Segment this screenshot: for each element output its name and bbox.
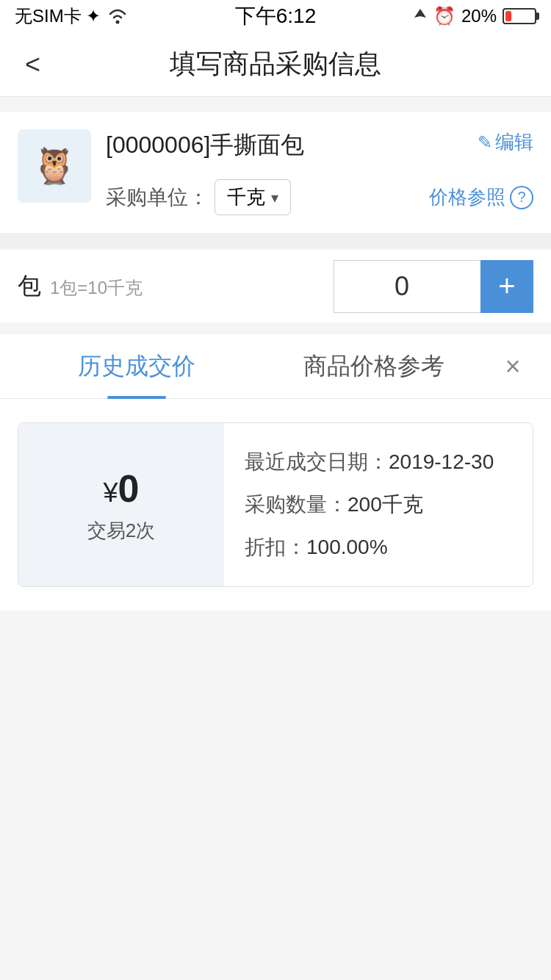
wifi-icon <box>107 8 129 24</box>
edit-label: 编辑 <box>495 129 533 155</box>
price-ref-label: 价格参照 <box>429 184 505 210</box>
quantity-unit: 包 <box>18 270 41 303</box>
alarm-icon: ⏰ <box>433 6 455 26</box>
product-info: [0000006]手撕面包 ✎ 编辑 采购单位： 千克 ▾ 价格参照 ? <box>106 129 533 215</box>
svg-point-0 <box>116 21 120 24</box>
transaction-details: 最近成交日期：2019-12-30 采购数量：200千克 折扣：100.00% <box>224 423 533 586</box>
quantity-input[interactable] <box>334 260 480 313</box>
unit-select[interactable]: 千克 ▾ <box>215 179 291 215</box>
quantity-input-wrap: + <box>334 260 533 313</box>
product-thumbnail: 🦉 <box>18 129 91 203</box>
transaction-card: ¥0 交易2次 最近成交日期：2019-12-30 采购数量：200千克 折扣：… <box>18 422 533 587</box>
recent-date-label: 最近成交日期： <box>245 450 389 473</box>
tab-price-reference[interactable]: 商品价格参考 <box>255 334 492 399</box>
page-title: 填写商品采购信息 <box>170 46 381 82</box>
back-button[interactable]: < <box>18 42 48 87</box>
bottom-panel: 历史成交价 商品价格参考 × ¥0 交易2次 最近成交日期：2019-12-30… <box>0 334 551 610</box>
discount-row: 折扣：100.00% <box>245 532 512 563</box>
unit-label: 采购单位： <box>106 184 209 212</box>
purchase-quantity-label: 采购数量： <box>245 493 347 516</box>
quantity-conversion: 1包=10千克 <box>50 276 143 300</box>
status-right: ⏰ 20% <box>413 6 536 26</box>
status-left: 无SIM卡 ✦ <box>15 4 129 28</box>
status-time: 下午6:12 <box>235 2 317 30</box>
panel-content: ¥0 交易2次 最近成交日期：2019-12-30 采购数量：200千克 折扣：… <box>0 399 551 610</box>
discount-label: 折扣： <box>245 536 306 558</box>
quantity-plus-button[interactable]: + <box>480 260 533 313</box>
recent-date-row: 最近成交日期：2019-12-30 <box>245 447 512 478</box>
chevron-down-icon: ▾ <box>271 189 278 206</box>
quantity-section: 包 1包=10千克 + <box>0 249 551 323</box>
purchase-quantity-value: 200千克 <box>347 493 423 516</box>
transaction-price: ¥0 <box>104 466 140 511</box>
tab-history-price[interactable]: 历史成交价 <box>18 334 255 399</box>
product-logo-icon: 🦉 <box>32 145 76 187</box>
transaction-price-summary: ¥0 交易2次 <box>18 423 224 586</box>
currency-symbol: ¥ <box>104 478 118 508</box>
edit-icon: ✎ <box>478 132 492 153</box>
recent-date-value: 2019-12-30 <box>389 450 494 473</box>
carrier-text: 无SIM卡 ✦ <box>15 4 101 28</box>
purchase-quantity-row: 采购数量：200千克 <box>245 489 512 520</box>
question-icon: ? <box>510 186 533 209</box>
location-icon <box>413 7 428 25</box>
transaction-count: 交易2次 <box>87 518 155 544</box>
status-bar: 无SIM卡 ✦ 下午6:12 ⏰ 20% <box>0 0 551 32</box>
battery-percent: 20% <box>461 6 497 26</box>
battery-icon <box>503 8 536 24</box>
price-value: 0 <box>118 467 140 510</box>
page-header: < 填写商品采购信息 <box>0 32 551 97</box>
product-card: 🦉 [0000006]手撕面包 ✎ 编辑 采购单位： 千克 ▾ 价格参照 ? <box>0 112 551 233</box>
discount-value: 100.00% <box>306 536 388 558</box>
edit-button[interactable]: ✎ 编辑 <box>478 129 533 155</box>
product-name: [0000006]手撕面包 <box>106 129 304 162</box>
unit-value: 千克 <box>227 184 265 210</box>
panel-close-button[interactable]: × <box>492 346 533 387</box>
section-divider-1 <box>0 233 551 248</box>
tab-bar: 历史成交价 商品价格参考 × <box>0 334 551 399</box>
price-reference-button[interactable]: 价格参照 ? <box>429 184 533 210</box>
